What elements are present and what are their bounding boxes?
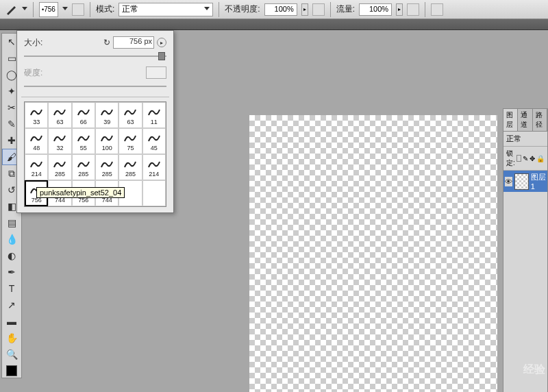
brush-size-label: 100 xyxy=(102,145,112,151)
brush-preset-cell[interactable]: 33 xyxy=(25,102,48,128)
path-tool-icon[interactable]: ↗ xyxy=(2,297,21,313)
blend-mode-value: 正常 xyxy=(122,3,138,15)
document-tab-bar xyxy=(0,19,548,30)
type-tool-icon[interactable]: T xyxy=(2,280,21,297)
brush-preset-cell[interactable]: 75 xyxy=(119,128,142,154)
brush-stroke-icon xyxy=(123,131,137,145)
lock-image-icon[interactable]: ✎ xyxy=(523,155,528,162)
hardness-preview xyxy=(146,66,166,79)
lock-transparency-icon[interactable] xyxy=(516,155,521,162)
lock-all-icon[interactable]: 🔒 xyxy=(536,155,545,162)
opacity-flyout-icon[interactable]: ▸ xyxy=(301,3,308,16)
size-slider[interactable] xyxy=(24,51,166,61)
brush-stroke-icon xyxy=(123,157,137,171)
layer-thumbnail[interactable] xyxy=(514,173,529,190)
reset-icon[interactable]: ↻ xyxy=(103,38,110,47)
visibility-icon[interactable]: 👁 xyxy=(505,177,512,186)
flow-flyout-icon[interactable]: ▸ xyxy=(396,3,403,16)
gradient-tool-icon[interactable]: ▤ xyxy=(2,215,21,231)
lock-row: 锁定: ✎ ✥ 🔒 xyxy=(503,147,547,171)
brush-preset-cell[interactable]: 32 xyxy=(48,128,71,154)
brush-size-label: 214 xyxy=(32,171,42,177)
tab-paths[interactable]: 路径 xyxy=(533,109,547,131)
brush-preset-cell[interactable]: 285 xyxy=(119,154,142,180)
brush-tooltip: punksafetypin_set52_04 xyxy=(36,187,125,198)
dropdown-icon[interactable] xyxy=(22,7,27,12)
flow-input[interactable]: 100% xyxy=(359,3,392,16)
brush-stroke-icon xyxy=(29,157,43,171)
flow-label: 流量: xyxy=(336,3,355,15)
brush-preset-cell[interactable]: 66 xyxy=(72,102,95,128)
zoom-tool-icon[interactable]: 🔍 xyxy=(2,346,21,363)
tablet-pressure-opacity-icon[interactable] xyxy=(312,3,325,16)
brush-stroke-icon xyxy=(100,157,114,171)
opacity-label: 不透明度: xyxy=(225,3,260,15)
brush-size-label: 285 xyxy=(78,171,88,177)
chevron-down-icon xyxy=(204,7,210,12)
brush-size-label: 75 xyxy=(127,145,134,151)
layer-name[interactable]: 图层 1 xyxy=(531,172,546,191)
brush-preset-panel: 大小: ↻ 756 px ▸ 硬度: 336366396311483255100… xyxy=(16,30,174,213)
brush-size-label: 33 xyxy=(33,119,40,125)
brush-preset-cell[interactable]: 45 xyxy=(142,128,166,154)
brush-preset-cell[interactable]: 55 xyxy=(72,128,95,154)
brush-stroke-icon xyxy=(77,131,90,145)
brush-preset-cell[interactable]: 214 xyxy=(25,154,48,180)
blend-mode-select[interactable]: 正常 xyxy=(119,3,213,16)
brush-preset-cell[interactable]: 285 xyxy=(72,154,95,180)
brush-size-label: 48 xyxy=(33,145,40,151)
blur-tool-icon[interactable]: 💧 xyxy=(2,231,21,247)
brush-preset-cell[interactable]: 100 xyxy=(95,128,119,154)
brush-stroke-icon xyxy=(53,157,66,171)
opacity-input[interactable]: 100% xyxy=(264,3,297,16)
brush-preset-cell[interactable]: 48 xyxy=(25,128,48,154)
brush-preset-cell[interactable]: 39 xyxy=(95,102,119,128)
brush-preset-cell[interactable]: 63 xyxy=(48,102,71,128)
brush-size-label: 63 xyxy=(127,119,134,125)
hand-tool-icon[interactable]: ✋ xyxy=(2,330,21,346)
brush-preset-cell[interactable]: 285 xyxy=(95,154,119,180)
brush-stroke-icon xyxy=(53,131,66,145)
hardness-label: 硬度: xyxy=(24,67,42,79)
brush-stroke-icon xyxy=(77,157,90,171)
brush-preset-cell[interactable]: 285 xyxy=(48,154,71,180)
panel-tabs: 图层 通道 路径 xyxy=(503,109,547,132)
brush-size-label: 285 xyxy=(102,171,112,177)
hardness-slider[interactable] xyxy=(24,82,166,91)
brush-stroke-icon xyxy=(29,131,43,145)
brush-preset-picker[interactable]: • 756 xyxy=(39,2,58,17)
tablet-pressure-size-icon[interactable] xyxy=(431,3,443,16)
pen-tool-icon[interactable]: ✒ xyxy=(2,264,21,280)
dodge-tool-icon[interactable]: ◐ xyxy=(2,247,21,264)
brush-preset-cell[interactable]: 63 xyxy=(119,102,142,128)
airbrush-icon[interactable] xyxy=(407,3,419,16)
foreground-color-swatch[interactable] xyxy=(6,365,17,376)
brush-size-label: 45 xyxy=(151,145,158,151)
dropdown-icon[interactable] xyxy=(62,7,68,12)
shape-tool-icon[interactable]: ▬ xyxy=(2,313,21,330)
brush-size-label: 285 xyxy=(125,171,136,177)
brush-tool-icon[interactable] xyxy=(4,3,18,16)
brush-preset-cell[interactable] xyxy=(142,180,166,206)
tab-layers[interactable]: 图层 xyxy=(503,109,518,131)
brush-panel-toggle-icon[interactable] xyxy=(72,3,84,16)
layer-row[interactable]: 👁 图层 1 xyxy=(503,171,547,192)
brush-size-label: 11 xyxy=(151,119,158,125)
flyout-menu-icon[interactable]: ▸ xyxy=(157,38,166,47)
brush-preset-cell[interactable]: 11 xyxy=(142,102,166,128)
layer-blend-mode[interactable]: 正常 xyxy=(503,132,547,147)
brush-size-label: 63 xyxy=(56,119,63,125)
brush-size-readout: 756 xyxy=(44,5,55,13)
brush-preset-cell[interactable]: 214 xyxy=(142,154,166,180)
brush-stroke-icon xyxy=(53,105,66,119)
canvas[interactable] xyxy=(249,115,497,392)
brush-size-input[interactable]: 756 px xyxy=(113,36,154,49)
options-bar: • 756 模式: 正常 不透明度: 100% ▸ 流量: 100% ▸ xyxy=(0,0,548,19)
lock-position-icon[interactable]: ✥ xyxy=(530,155,535,162)
brush-size-label: 66 xyxy=(80,119,87,125)
brush-size-label: 32 xyxy=(56,145,63,151)
brush-size-label: 55 xyxy=(80,145,87,151)
size-label: 大小: xyxy=(24,37,42,49)
lock-label: 锁定: xyxy=(506,149,515,168)
tab-channels[interactable]: 通道 xyxy=(518,109,532,131)
